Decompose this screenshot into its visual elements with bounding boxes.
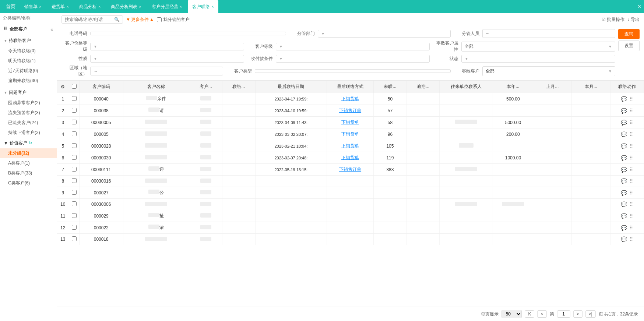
last-way-link[interactable]: 下销货单 [341,155,359,160]
row-checkbox[interactable] [72,213,77,218]
last-page-button[interactable]: >| [585,310,596,318]
export-button[interactable]: ↓ 导出 [627,17,640,23]
sidebar-item-declining[interactable]: 持续下滑客户(2) [0,128,57,138]
more-action-icon[interactable]: ⠿ [629,143,633,149]
row-checkbox[interactable] [72,236,77,241]
cell-checkbox[interactable] [69,140,79,152]
more-action-icon[interactable]: ⠿ [629,213,633,219]
sidebar-item-lost[interactable]: 已流失客户(24) [0,118,57,128]
query-button[interactable]: 查询 [618,29,640,39]
cell-checkbox[interactable] [69,152,79,164]
close-icon[interactable]: × [139,4,141,9]
last-way-link[interactable]: 下销货单 [341,143,359,148]
sidebar-item-overdue[interactable]: 逾期未联络(30) [0,76,57,86]
sidebar-value-title[interactable]: ▼ 价值客户 ↻ [0,138,57,148]
refresh-icon[interactable]: ↻ [29,141,32,145]
nav-tab-customer-segment[interactable]: 客户分层经营 × [147,0,186,13]
th-settings[interactable]: ⚙ [57,81,69,93]
more-action-icon[interactable]: ⠿ [629,131,633,137]
sidebar-item-tomorrow[interactable]: 明天待联络(1) [0,56,57,66]
nature-input[interactable]: ▼ [90,55,244,63]
my-customers-checkbox[interactable] [157,17,162,22]
chat-icon[interactable]: 💬 [621,190,627,196]
sidebar-problem-title[interactable]: ▼ 问题客户 [0,87,57,98]
more-action-icon[interactable]: ⠿ [629,190,633,196]
more-action-icon[interactable]: ⠿ [629,225,633,231]
customer-type-input[interactable] [255,69,451,73]
sidebar-item-abnormal[interactable]: 囤购异常客户(2) [0,98,57,108]
level-input[interactable]: ▼ [276,43,430,50]
sidebar-item-today[interactable]: 今天待联络(0) [0,46,57,56]
chat-icon[interactable]: 💬 [621,236,627,242]
next-page-button[interactable]: > [573,310,583,318]
window-close-icon[interactable]: × [638,3,641,10]
last-way-link[interactable]: 下销售订单 [339,167,361,172]
sidebar-item-warn[interactable]: 流失预警客户(3) [0,108,57,118]
chat-icon[interactable]: 💬 [621,225,627,231]
sidebar-item-class-a[interactable]: A类客户(1) [0,158,57,168]
cell-checkbox[interactable] [69,117,79,128]
nav-tab-customer-contact[interactable]: 客户联络 × [188,0,218,13]
chat-icon[interactable]: 💬 [621,108,627,114]
prev-page-button[interactable]: < [537,310,546,318]
status-input[interactable]: ▼ [461,55,615,63]
cell-checkbox[interactable] [69,105,79,117]
reset-button[interactable]: 设置 [618,40,640,51]
row-checkbox[interactable] [72,225,77,230]
cell-checkbox[interactable] [69,176,79,187]
close-icon[interactable]: × [211,4,214,9]
select-all-checkbox[interactable] [72,84,77,89]
more-action-icon[interactable]: ⠿ [629,120,633,126]
row-checkbox[interactable] [72,167,77,172]
chat-icon[interactable]: 💬 [621,96,627,102]
cell-checkbox[interactable] [69,128,79,140]
cell-checkbox[interactable] [69,187,79,199]
chat-icon[interactable]: 💬 [621,167,627,173]
chat-icon[interactable]: 💬 [621,178,627,184]
row-checkbox[interactable] [72,108,77,113]
area-input[interactable]: ··· [90,67,223,75]
cell-checkbox[interactable] [69,93,79,105]
sidebar-item-ungroup[interactable]: 未分组(32) [0,148,57,158]
more-action-icon[interactable]: ⠿ [629,201,633,207]
sidebar-waiting-title[interactable]: ▼ 待联络客户 [0,35,57,46]
person-input[interactable]: ··· [482,29,615,38]
row-checkbox[interactable] [72,201,77,206]
sidebar-item-7days[interactable]: 近7天待联络(0) [0,66,57,76]
close-icon[interactable]: × [39,4,41,9]
nav-tab-analysis-list[interactable]: 商品分析列表 × [106,0,145,13]
row-checkbox[interactable] [72,190,77,195]
chat-icon[interactable]: 💬 [621,120,627,126]
cell-checkbox[interactable] [69,222,79,234]
th-checkbox[interactable] [69,81,79,93]
last-way-link[interactable]: 下销售订单 [339,108,361,113]
cell-checkbox[interactable] [69,199,79,210]
search-icon[interactable]: 🔍 [114,17,120,22]
last-way-link[interactable]: 下销货单 [341,120,359,125]
price-level-input[interactable]: ▼ [90,43,244,50]
nav-tab-sales[interactable]: 销售单 × [20,0,46,13]
retail-customer-input[interactable]: 全部 ▼ [482,66,615,76]
collapse-icon[interactable]: « [50,27,53,32]
cell-checkbox[interactable] [69,210,79,222]
chat-icon[interactable]: 💬 [621,155,627,161]
more-action-icon[interactable]: ⠿ [629,108,633,114]
first-page-button[interactable]: K [525,310,534,318]
close-icon[interactable]: × [180,4,182,9]
batch-ops-button[interactable]: ☑ 批量操作 [602,17,624,23]
row-checkbox[interactable] [72,143,77,148]
cell-checkbox[interactable] [69,234,79,245]
sidebar-item-class-c[interactable]: C类客户(6) [0,178,57,188]
nav-tab-purchase[interactable]: 进货单 × [47,0,73,13]
last-way-link[interactable]: 下销货单 [341,96,359,101]
more-action-icon[interactable]: ⠿ [629,167,633,173]
more-action-icon[interactable]: ⠿ [629,236,633,242]
retail-attr-input[interactable]: 全部 ▼ [461,42,615,52]
chat-icon[interactable]: 💬 [621,213,627,219]
main-search-input[interactable] [65,17,113,22]
chat-icon[interactable]: 💬 [621,143,627,149]
phone-input[interactable] [90,32,286,35]
per-page-select[interactable]: 50 100 200 [502,310,522,318]
more-action-icon[interactable]: ⠿ [629,178,633,184]
sidebar-search-input[interactable] [3,15,57,21]
